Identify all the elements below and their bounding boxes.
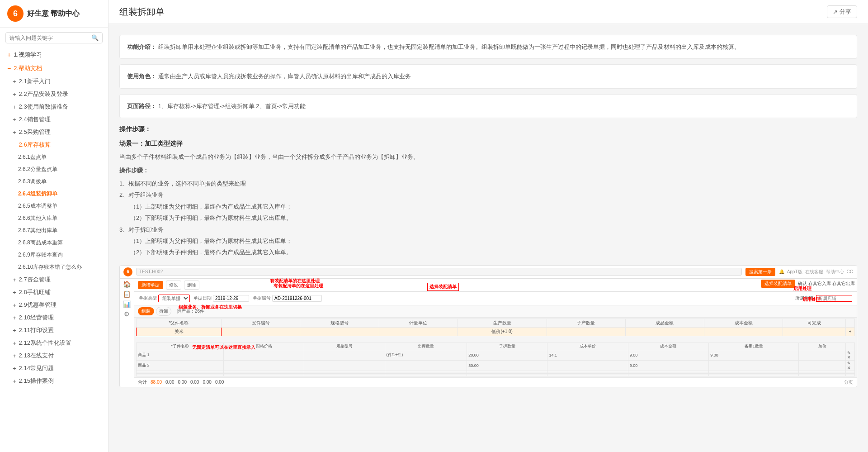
sim-child-table-container: *子件名称 跟格价格 规格型号 出库数量 子拆数量 成本单价 成本金额 备用1数…	[136, 343, 855, 376]
path-box: 页面路径： 1、库存核算->库存管理->组装拆卸单 2、首页->常用功能	[119, 94, 857, 118]
sim-main-content: 新增单据 修改 删除 选择装配清单 确认 存其它入库 存其它出库 有装配清单的在…	[134, 279, 857, 387]
sim-search-btn[interactable]: 搜索第一条	[745, 268, 775, 276]
sim-tab-del[interactable]: 删除	[184, 281, 199, 290]
sim-field-type: 单据类型 组装单据	[139, 295, 190, 302]
sidebar-item-212[interactable]: + 2.12系统个性化设置	[0, 337, 108, 349]
sidebar-item-25[interactable]: + 2.5采购管理	[0, 126, 108, 138]
content-area: 功能介绍： 组装拆卸单用来处理企业组装或拆卸等加工业务，支持有固定装配清单的产品…	[108, 24, 868, 452]
sidebar-item-265[interactable]: 2.6.5成本调整单	[0, 200, 108, 212]
sim-tab-edit[interactable]: 修改	[166, 281, 181, 290]
sidebar-item-21[interactable]: + 2.1新手入门	[0, 75, 108, 88]
page-title: 组装拆卸单	[119, 6, 165, 18]
main-area: 组装拆卸单 ↗ 分享 功能介绍： 组装拆卸单用来处理企业组装或拆卸等加工业务，支…	[108, 0, 868, 452]
sim-footer: 合计 88.00 0.00 0.00 0.00 0.00 0.00 分页	[134, 377, 857, 387]
step-2: 2、对于组装业务	[119, 190, 857, 200]
sidebar-item-268[interactable]: 2.6.8商品成本重算	[0, 237, 108, 249]
sidebar-item-267[interactable]: 2.6.7其他出库单	[0, 224, 108, 237]
sidebar-item-264[interactable]: 2.6.4组装拆卸单	[0, 188, 108, 200]
sidebar-item-210[interactable]: + 2.10经营管理	[0, 311, 108, 324]
scene1-steps-title: 操作步骤：	[119, 165, 857, 176]
intro-box: 功能介绍： 组装拆卸单用来处理企业组装或拆卸等加工业务，支持有固定装配清单的产品…	[119, 35, 857, 59]
sim-type-normal[interactable]: 拆卸	[156, 307, 171, 316]
sim-process-btn[interactable]: 选择装配清单	[761, 280, 795, 288]
sidebar-item-214[interactable]: + 2.14常见问题	[0, 362, 108, 375]
sim-date-input[interactable]	[213, 295, 249, 302]
scene1-desc: 当由多个子件材料组装成一个成品的业务为【组装】业务，当由一个父件拆分成多个子产品…	[119, 152, 857, 162]
sim-tab-add[interactable]: 新增单据	[138, 281, 163, 289]
role-label: 使用角色：	[127, 73, 156, 80]
search-icon[interactable]: 🔍	[91, 34, 99, 41]
top-bar: 组装拆卸单 ↗ 分享	[108, 0, 868, 24]
collapse-icon: −	[7, 65, 11, 72]
sim-type-select[interactable]: 组装单据	[158, 295, 190, 302]
step-3: 3、对于拆卸业务	[119, 224, 857, 235]
table-row	[137, 375, 855, 376]
sidebar-item-261[interactable]: 2.6.1盘点单	[0, 151, 108, 163]
sim-org-input[interactable]	[816, 295, 852, 302]
annotation-2: 启用处理	[793, 285, 811, 292]
step-1: 1、根据不同的业务，选择不同单据的类型来处理	[119, 178, 857, 189]
sim-logo: 6	[123, 267, 132, 276]
sim-type-active[interactable]: 组装	[138, 307, 154, 315]
sidebar-item-263[interactable]: 2.6.3调拨单	[0, 176, 108, 188]
sim-no-input[interactable]	[272, 295, 322, 302]
search-input[interactable]	[9, 35, 91, 41]
step-3-2: （2）下部明细为子件明细，最终作为产成品生成其它入库单。	[119, 247, 857, 257]
sim-form-area: 单据类型 组装单据 单据日期 单据编号	[134, 292, 857, 305]
search-box[interactable]: 🔍	[5, 32, 103, 43]
sim-count: 拆产品：26件	[177, 308, 204, 314]
sidebar-section-1[interactable]: + 1.视频学习	[0, 48, 108, 62]
sidebar-item-23[interactable]: + 2.3使用前数据准备	[0, 100, 108, 113]
sidebar-item-27[interactable]: + 2.7资金管理	[0, 273, 108, 286]
share-button[interactable]: ↗ 分享	[827, 5, 857, 18]
intro-label: 功能介绍：	[127, 43, 156, 50]
share-icon: ↗	[833, 9, 838, 15]
sim-top-bar: 6 TEST-H002 搜索第一条 🔔 AppT版 在线客服 帮助中心 CC	[120, 266, 857, 279]
sim-screenshot: 6 TEST-H002 搜索第一条 🔔 AppT版 在线客服 帮助中心 CC	[120, 266, 857, 387]
sim-left-nav: 🏠 📋 📊 ⚙	[120, 279, 134, 387]
expand-icon: +	[7, 51, 11, 58]
path-label: 页面路径：	[127, 103, 156, 109]
sidebar-item-28[interactable]: + 2.8手机旺铺	[0, 286, 108, 299]
sidebar-item-22[interactable]: + 2.2产品安装及登录	[0, 88, 108, 100]
screenshot-container: 6 TEST-H002 搜索第一条 🔔 AppT版 在线客服 帮助中心 CC	[119, 265, 857, 387]
sim-header-tabs: 新增单据 修改 删除 选择装配清单 确认 存其它入库 存其它出库 有装配清单的在…	[134, 279, 857, 292]
role-box: 使用角色： 通常由生产人员或库管人员完成拆装业务的操作，库管人员确认原材料的出库…	[119, 64, 857, 88]
sidebar-item-24[interactable]: + 2.4销售管理	[0, 113, 108, 126]
intro-text: 组装拆卸单用来处理企业组装或拆卸等加工业务，支持有固定装配清单的产品加工业务，也…	[158, 43, 740, 50]
sidebar: 6 好生意 帮助中心 🔍 + 1.视频学习 − 2.帮助文档 + 2.1新手入门…	[0, 0, 108, 452]
sim-field-no: 单据编号	[253, 295, 322, 302]
table-row: 关米 低价(+1.0) +	[137, 327, 855, 336]
sim-child-table: *子件名称 跟格价格 规格型号 出库数量 子拆数量 成本单价 成本金额 备用1数…	[136, 343, 855, 376]
annotation-1: 有装配清单的在这里处理	[270, 278, 320, 284]
sim-field-date: 单据日期	[193, 295, 249, 302]
sidebar-item-266[interactable]: 2.6.6其他入库单	[0, 212, 108, 224]
path-text: 1、库存核算->库存管理->组装拆卸单 2、首页->常用功能	[158, 103, 306, 109]
sidebar-item-211[interactable]: + 2.11打印设置	[0, 324, 108, 337]
app-name: 好生意 帮助中心	[27, 9, 80, 19]
table-row: 商品 1 (件/1+件) 20.00 14.1 9.00 9.00	[137, 350, 855, 360]
sim-search-bar: TEST-H002	[136, 268, 742, 276]
sidebar-item-2610[interactable]: 2.6.10库存账本错了怎么办	[0, 261, 108, 273]
sidebar-item-26[interactable]: − 2.6库存核算	[0, 138, 108, 151]
sim-top-icons: 🔔 AppT版 在线客服 帮助中心 CC	[779, 269, 853, 275]
ops-title: 操作步骤：	[119, 125, 857, 133]
role-text: 通常由生产人员或库管人员完成拆装业务的操作，库管人员确认原材料的出库和产成品的入…	[158, 73, 411, 80]
step-2-1: （1）上部明细为父件明细，最终作为产成品生成其它入库单；	[119, 201, 857, 212]
step-3-1: （1）上部明细为父件明细，最终作为原材料生成其它出库单；	[119, 236, 857, 246]
app-logo: 6	[7, 5, 24, 22]
sidebar-item-213[interactable]: + 2.13在线支付	[0, 349, 108, 362]
sim-type-selector: 组装 拆卸 拆产品：26件 无固定清单可以在这里直接录入	[134, 305, 857, 318]
step-2-2: （2）下部明细为子件明细，最终作为原材料生成其它出库单。	[119, 213, 857, 223]
table-row: 商品 2 30.00 9.00	[137, 360, 855, 371]
sidebar-header: 6 好生意 帮助中心	[0, 0, 108, 28]
sim-parent-table: *父件名称 父件编号 规格型号 计量单位 生产数量 子产数量 成品金额 成本金额	[136, 319, 855, 336]
sidebar-item-262[interactable]: 2.6.2分量盘点单	[0, 163, 108, 176]
sidebar-section-2[interactable]: − 2.帮助文档	[0, 62, 108, 75]
sim-parent-table-container: *父件名称 父件编号 规格型号 计量单位 生产数量 子产数量 成品金额 成本金额	[136, 319, 855, 336]
sidebar-nav: + 1.视频学习 − 2.帮助文档 + 2.1新手入门 + 2.2产品安装及登录…	[0, 48, 108, 452]
sidebar-item-215[interactable]: + 2.15操作案例	[0, 375, 108, 387]
steps-list: 1、根据不同的业务，选择不同单据的类型来处理 2、对于组装业务 （1）上部明细为…	[119, 178, 857, 258]
sidebar-item-269[interactable]: 2.6.9库存账本查询	[0, 249, 108, 261]
sidebar-item-29[interactable]: + 2.9优惠券管理	[0, 299, 108, 311]
